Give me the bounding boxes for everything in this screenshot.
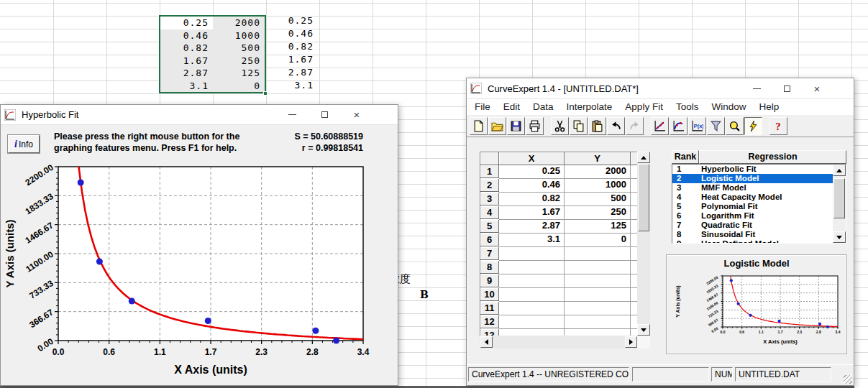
table-horizontal-scrollbar[interactable] xyxy=(480,336,638,348)
cell-y-2[interactable]: 1000 xyxy=(565,179,631,193)
spreadsheet-extra-column[interactable]: 0.250.460.821.672.873.1 xyxy=(266,15,319,93)
scroll-up-icon[interactable] xyxy=(836,169,842,172)
cell-y-1[interactable]: 2000 xyxy=(565,165,631,179)
regression-item-8[interactable]: 8Sinusoidal Fit xyxy=(672,230,833,239)
cell-x-7[interactable] xyxy=(499,247,565,261)
row-header-10[interactable]: 10 xyxy=(480,288,499,301)
row-header-12[interactable]: 12 xyxy=(480,315,499,328)
spreadsheet-cell[interactable]: 3.1 xyxy=(160,80,213,93)
toolbar-paste-button[interactable] xyxy=(588,117,606,135)
row-header-9[interactable]: 9 xyxy=(480,274,499,287)
scroll-down-icon[interactable] xyxy=(836,236,842,239)
toolbar-zoom-button[interactable] xyxy=(726,117,744,135)
toolbar-copy-button[interactable] xyxy=(570,117,588,135)
cell-y-10[interactable] xyxy=(565,288,631,302)
toolbar-cut-button[interactable] xyxy=(551,117,569,135)
fit-minimize-button[interactable] xyxy=(281,106,303,124)
column-header-x[interactable]: X xyxy=(499,152,565,165)
scroll-right-icon[interactable] xyxy=(629,339,633,345)
regression-item-1[interactable]: 1Hyperbolic Fit xyxy=(672,165,833,174)
row-header-2[interactable]: 2 xyxy=(480,179,499,192)
toolbar-undo-button[interactable] xyxy=(607,117,625,135)
fit-maximize-button[interactable] xyxy=(314,106,335,124)
scroll-down-icon[interactable] xyxy=(641,328,647,332)
fit-window-titlebar[interactable]: Hyperbolic Fit × xyxy=(1,105,398,125)
row-header-1[interactable]: 1 xyxy=(480,165,499,178)
cell-x-8[interactable] xyxy=(499,261,565,274)
regression-ranking-list[interactable]: 1Hyperbolic Fit2Logistic Model3MMF Model… xyxy=(672,164,846,244)
regression-item-3[interactable]: 3MMF Model xyxy=(672,183,833,193)
spreadsheet-cell[interactable]: 0.25 xyxy=(266,15,319,28)
row-header-4[interactable]: 4 xyxy=(480,206,499,219)
ranking-scrollbar[interactable] xyxy=(833,165,846,243)
fit-plot-canvas[interactable]: 0.02200.000.61833.331.11466.671.71100.00… xyxy=(1,155,399,387)
cell-y-5[interactable]: 125 xyxy=(565,220,631,234)
menu-help[interactable]: Help xyxy=(752,99,785,115)
spreadsheet-cell[interactable]: 1.67 xyxy=(266,54,319,67)
cell-y-8[interactable] xyxy=(565,261,631,274)
spreadsheet-cell[interactable]: 0.82 xyxy=(160,42,213,55)
regression-item-6[interactable]: 6Logarithm Fit xyxy=(672,211,833,221)
info-button[interactable]: i Info xyxy=(8,135,40,153)
ce-close-button[interactable]: × xyxy=(806,79,828,98)
regression-item-9[interactable]: 9User-Defined Model xyxy=(672,239,833,244)
regression-item-7[interactable]: 7Quadratic Fit xyxy=(672,221,833,230)
row-header-5[interactable]: 5 xyxy=(480,220,499,233)
column-header-y[interactable]: Y xyxy=(565,152,631,165)
row-header-13[interactable]: 13 xyxy=(480,329,499,336)
cell-y-3[interactable]: 500 xyxy=(565,193,631,206)
regression-column-header[interactable]: Regression xyxy=(699,150,846,164)
table-vertical-scrollbar[interactable] xyxy=(637,152,650,336)
toolbar-linear-fit-button[interactable] xyxy=(651,117,669,135)
spreadsheet-cell[interactable]: 0.25 xyxy=(160,17,213,29)
toolbar-new-file-button[interactable] xyxy=(470,117,488,135)
menu-file[interactable]: File xyxy=(468,99,497,115)
cell-y-6[interactable]: 0 xyxy=(565,234,631,247)
toolbar-polynomial-fit-button[interactable]: P(x) xyxy=(688,117,706,135)
row-header-3[interactable]: 3 xyxy=(480,193,499,205)
cell-x-9[interactable] xyxy=(499,274,565,288)
menu-tools[interactable]: Tools xyxy=(670,99,705,115)
ce-minimize-button[interactable] xyxy=(746,79,767,98)
ce-maximize-button[interactable] xyxy=(776,79,798,98)
row-header-7[interactable]: 7 xyxy=(480,247,499,260)
cell-y-11[interactable] xyxy=(565,302,631,315)
toolbar-save-file-button[interactable] xyxy=(507,117,525,135)
table-vscroll-thumb[interactable] xyxy=(638,164,649,231)
menu-interpolate[interactable]: Interpolate xyxy=(560,99,619,115)
toolbar-auto-fit-button[interactable] xyxy=(744,117,762,135)
cell-x-11[interactable] xyxy=(499,302,565,315)
spreadsheet-cell[interactable]: 0.46 xyxy=(160,29,213,42)
preview-plot-canvas[interactable]: 0.02200.000.61833.331.11466.671.71100.00… xyxy=(671,269,844,350)
regression-item-4[interactable]: 4Heat Capacity Model xyxy=(672,193,833,202)
row-header-8[interactable]: 8 xyxy=(480,261,499,274)
cell-x-10[interactable] xyxy=(499,288,565,302)
cell-y-7[interactable] xyxy=(565,247,631,261)
cell-x-5[interactable]: 2.87 xyxy=(499,220,565,234)
spreadsheet-cell[interactable]: 1000 xyxy=(213,29,265,42)
spreadsheet-cell[interactable]: 2.87 xyxy=(160,67,213,80)
menu-apply-fit[interactable]: Apply Fit xyxy=(618,99,670,115)
cell-y-12[interactable] xyxy=(565,315,631,329)
cell-y-4[interactable]: 250 xyxy=(565,206,631,220)
cell-x-3[interactable]: 0.82 xyxy=(499,193,565,206)
menu-edit[interactable]: Edit xyxy=(497,99,526,115)
ranking-scroll-thumb[interactable] xyxy=(833,178,845,218)
menu-window[interactable]: Window xyxy=(705,99,752,115)
spreadsheet-cell[interactable]: 500 xyxy=(213,42,265,55)
cell-x-6[interactable]: 3.1 xyxy=(499,234,565,247)
cell-y-9[interactable] xyxy=(565,274,631,288)
spreadsheet-cell[interactable]: 0.46 xyxy=(266,28,319,41)
fit-close-button[interactable]: × xyxy=(346,106,367,124)
toolbar-open-file-button[interactable] xyxy=(488,117,506,135)
cell-x-4[interactable]: 1.67 xyxy=(499,206,565,220)
scroll-up-icon[interactable] xyxy=(641,156,647,160)
resize-grip[interactable] xyxy=(844,375,852,384)
cell-x-13[interactable] xyxy=(499,329,565,336)
ce-window-titlebar[interactable]: CurveExpert 1.4 - [UNTITLED.DAT*] × xyxy=(467,78,854,99)
cell-y-13[interactable] xyxy=(565,329,631,336)
menu-data[interactable]: Data xyxy=(526,99,560,115)
regression-item-5[interactable]: 5Polynomial Fit xyxy=(672,202,833,211)
row-header-6[interactable]: 6 xyxy=(480,234,499,246)
toolbar-help-button[interactable]: ? xyxy=(769,117,787,135)
